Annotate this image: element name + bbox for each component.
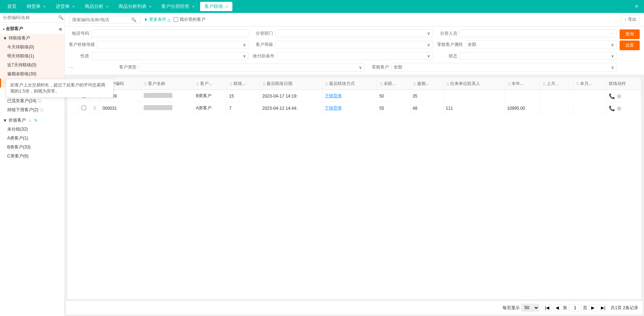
row2-category: A类客户 [194, 102, 227, 114]
row1-name [141, 90, 194, 102]
payment-chevron: ∨ [427, 53, 430, 58]
col-this-year: ⇅ 本年... [505, 78, 540, 90]
row1-actions: 📞 ⊞ [607, 90, 641, 102]
more-filters-button[interactable]: ▼ 更多条件 △ [144, 16, 171, 23]
next-page-button[interactable]: ▶ [589, 304, 597, 311]
nav-analysis-list[interactable]: 商品分析列表 × [114, 2, 156, 11]
col-contact-person: ⇅ 往来单位联系人 [444, 78, 505, 90]
chevron-down-icon: ∨ [427, 31, 430, 36]
row2-code: 000031 [100, 102, 141, 114]
advanced-filters: 电话号码 分管部门 ∨ 分管人员 [65, 27, 644, 75]
sidebar-search-input[interactable] [3, 15, 57, 20]
sort-icon-thismonth[interactable]: ⇅ [576, 81, 579, 86]
row2-name [141, 102, 194, 114]
nature-select[interactable]: ∨ [91, 52, 249, 60]
row1-call-icon[interactable]: 📞 [609, 93, 615, 99]
nav-purchase[interactable]: 进货单 × [51, 2, 79, 11]
sidebar-item-lost[interactable]: 已流失客户(24) ⓘ [0, 96, 64, 105]
sidebar-item-week[interactable]: 近7天待联络(0) [0, 61, 64, 70]
sort-icon-contactperson[interactable]: ⇅ [446, 81, 449, 86]
settings-button[interactable]: 设置 [620, 41, 640, 50]
nav-home[interactable]: 首页 [3, 2, 21, 11]
window-close-button[interactable]: × [632, 3, 641, 10]
sort-icon-category[interactable]: ⇅ [196, 81, 199, 86]
nav-customer-mgmt-close[interactable]: × [192, 5, 194, 9]
customer-level-select[interactable]: ∨ [275, 41, 432, 49]
sidebar-item-tomorrow[interactable]: 明天待联络(1) [0, 52, 64, 61]
row2-call-icon[interactable]: 📞 [609, 105, 615, 111]
first-page-button[interactable]: |◀ [542, 304, 552, 311]
nav-customer-mgmt[interactable]: 客户分层经营 × [157, 2, 199, 11]
sidebar-item-ungroup[interactable]: 未分组(32) [0, 125, 64, 134]
row2-last-date: 2023-04-12 14:44: [260, 102, 323, 114]
sort-icon-pending[interactable]: ⇅ [379, 81, 383, 86]
sidebar-content: ▪ 全部客户 ◀ ▼ 待联络客户 今天待联络(0) 明天待联络(1) 近7天 [0, 23, 64, 316]
filter-price-level: 客户价格等级 ∨ [69, 41, 249, 49]
price-level-select[interactable]: ∨ [97, 41, 249, 49]
my-customer-checkbox[interactable] [173, 17, 178, 22]
query-button[interactable]: 查询 [620, 29, 640, 39]
export-button[interactable]: ↑ 导出 [621, 15, 640, 24]
sort-icon-lastdate[interactable]: ⇅ [262, 81, 266, 86]
row2-this-year: 10995.00 [505, 102, 540, 114]
sidebar-search-area: 🔍 [0, 13, 64, 23]
collapse-icon[interactable]: ◀ [58, 27, 61, 32]
row2-more-icon[interactable]: ⊞ [617, 105, 621, 111]
customer-type-select[interactable]: ∨ [139, 63, 365, 71]
nav-sales-close[interactable]: × [43, 5, 46, 9]
more-filters-dots[interactable]: ··· [69, 64, 74, 71]
status-select[interactable]: ∨ [459, 52, 617, 60]
page-size-select[interactable]: 50 100 200 [521, 304, 539, 312]
row2-overdue: 48 [410, 102, 443, 114]
sidebar-search-icon[interactable]: 🔍 [58, 15, 64, 20]
search-icon[interactable]: 🔍 [131, 17, 136, 22]
sort-icon-name[interactable]: ⇅ [144, 81, 147, 86]
phone-input[interactable] [91, 29, 249, 37]
sidebar-item-b-class[interactable]: B类客户(33) [0, 143, 64, 152]
sidebar-value-group-header[interactable]: ▼ 价值客户 ○ ✎ [0, 116, 64, 125]
sidebar-item-a-class[interactable]: A类客户(1) [0, 134, 64, 143]
payment-select[interactable]: ∨ [277, 52, 432, 60]
page-number-input[interactable] [569, 304, 582, 311]
sort-icon-contact[interactable]: ⇅ [229, 81, 233, 86]
nav-analysis-list-close[interactable]: × [149, 5, 152, 9]
row1-this-month [573, 90, 606, 102]
page-navigation: |◀ ◀ 第 页 ▶ ▶| [542, 304, 608, 311]
filter-retail-customer: 零散客户 全部 ∨ [369, 63, 617, 72]
person-select[interactable]: ··· [459, 29, 617, 37]
sidebar-all-customers[interactable]: ▪ 全部客户 ◀ [0, 24, 64, 34]
retail-attr-select[interactable]: 全部 ∨ [465, 40, 617, 49]
row1-more-icon[interactable]: ⊞ [617, 93, 621, 99]
row2-checkbox [78, 102, 89, 114]
value-group-edit-icon[interactable]: ○ [29, 118, 31, 123]
row1-this-year [505, 90, 540, 102]
sort-icon-thisyear[interactable]: ⇅ [507, 81, 511, 86]
department-select[interactable]: ∨ [275, 29, 432, 37]
nav-sales[interactable]: 销货单 × [22, 2, 50, 11]
prev-page-button[interactable]: ◀ [553, 304, 561, 311]
search-input[interactable] [72, 17, 130, 22]
retail-customer-select[interactable]: 全部 ∨ [391, 63, 617, 72]
sidebar-item-declining[interactable]: 持续下滑客户(2) ⓘ [0, 105, 64, 114]
sidebar-item-today[interactable]: 今天待联络(0) [0, 43, 64, 52]
col-last-method: ⇅ 最后联络方式 [323, 78, 377, 90]
sort-icon-lastmonth[interactable]: ⇅ [542, 81, 546, 86]
row2-select[interactable] [82, 105, 86, 110]
nav-analysis-close[interactable]: × [106, 5, 108, 9]
last-page-button[interactable]: ▶| [598, 304, 608, 311]
value-group-config-icon[interactable]: ✎ [34, 118, 38, 123]
sort-icon-lastmethod[interactable]: ⇅ [325, 81, 328, 86]
search-input-wrapper: 🔍 [69, 16, 141, 24]
sidebar: 🔍 ▪ 全部客户 ◀ ▼ 待联络客户 今天待联络(0) [0, 13, 65, 316]
sidebar-item-overdue[interactable]: 逾期未联络(30) [0, 70, 64, 79]
nav-purchase-close[interactable]: × [73, 5, 75, 9]
sidebar-item-c-class[interactable]: C类客户(6) [0, 152, 64, 161]
nav-customer-contact[interactable]: 客户联络 × [200, 2, 232, 11]
sort-icon-overdue[interactable]: ⇅ [413, 81, 416, 86]
row1-category: B类客户 [194, 90, 227, 102]
nav-analysis[interactable]: 商品分析 × [80, 2, 113, 11]
customer-level-chevron: ∨ [427, 42, 430, 47]
sidebar-pending-header[interactable]: ▼ 待联络客户 [0, 34, 64, 43]
retail-customer-chevron: ∨ [611, 65, 614, 70]
nav-customer-contact-close[interactable]: × [226, 5, 228, 9]
